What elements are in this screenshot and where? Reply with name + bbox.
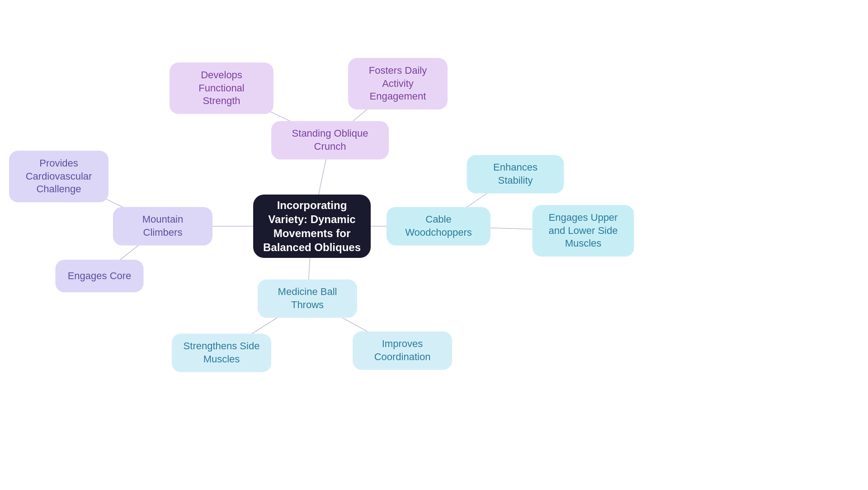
node-enhances-stability: Enhances Stability [467,155,564,193]
node-standing-oblique-crunch: Standing Oblique Crunch [271,121,389,159]
node-engages-core: Engages Core [56,260,144,292]
node-medicine-ball-throws: Medicine Ball Throws [258,279,357,318]
node-cable-woodchoppers: Cable Woodchoppers [387,207,491,245]
center-node: Incorporating Variety: Dynamic Movements… [253,195,371,258]
node-improves-coordination: Improves Coordination [353,331,452,370]
node-mountain-climbers: Mountain Climbers [113,207,212,245]
node-develops-functional-strength: Develops Functional Strength [170,62,274,114]
node-strengthens-side-muscles: Strengthens Side Muscles [172,333,271,372]
node-provides-cardiovascular: Provides Cardiovascular Challenge [9,151,108,202]
node-engages-upper-lower: Engages Upper and Lower Side Muscles [533,205,634,257]
mind-map-container: Incorporating Variety: Dynamic Movements… [0,0,868,490]
node-fosters-daily-activity: Fosters Daily Activity Engagement [348,58,448,109]
